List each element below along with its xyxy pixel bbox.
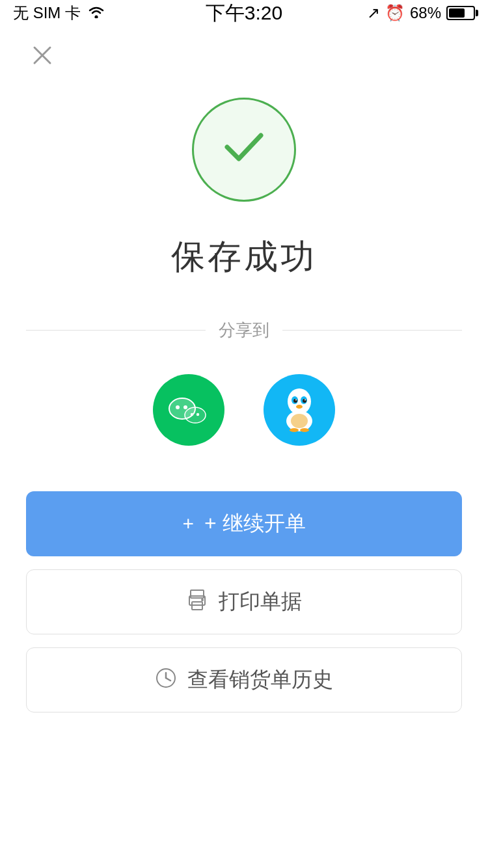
history-button[interactable]: 查看销货单历史 <box>26 647 462 712</box>
close-button[interactable] <box>26 39 59 72</box>
battery-icon <box>446 6 475 20</box>
svg-rect-23 <box>191 590 204 598</box>
qq-share-button[interactable] <box>264 374 335 446</box>
svg-line-29 <box>166 678 170 681</box>
share-divider: 分享到 <box>26 319 462 342</box>
status-right: ↗ ⏰ 68% <box>367 4 475 22</box>
no-sim-label: 无 SIM 卡 <box>13 3 81 23</box>
divider-right <box>282 330 462 331</box>
checkmark-icon <box>218 120 270 180</box>
battery-label: 68% <box>410 4 441 22</box>
plus-icon: + <box>182 513 194 535</box>
divider-left <box>26 330 206 331</box>
action-buttons: + + 继续开单 打印单据 <box>26 491 462 712</box>
print-icon <box>186 589 208 616</box>
wechat-icon <box>168 392 210 428</box>
svg-point-16 <box>295 400 297 401</box>
status-bar: 无 SIM 卡 下午3:20 ↗ ⏰ 68% <box>0 0 488 26</box>
qq-icon <box>280 387 319 433</box>
svg-point-5 <box>176 405 180 409</box>
svg-point-26 <box>201 599 204 601</box>
svg-point-9 <box>191 413 193 416</box>
wifi-icon <box>87 4 105 22</box>
svg-point-14 <box>293 399 297 403</box>
clock-icon <box>155 667 177 694</box>
alarm-icon: ⏰ <box>385 4 405 22</box>
close-icon <box>32 45 53 66</box>
svg-point-18 <box>296 405 303 409</box>
svg-point-6 <box>183 405 187 409</box>
share-row <box>26 374 462 446</box>
svg-point-17 <box>305 400 306 401</box>
status-left: 无 SIM 卡 <box>13 3 105 23</box>
status-time: 下午3:20 <box>206 0 282 27</box>
svg-point-20 <box>291 414 308 428</box>
svg-point-22 <box>300 428 309 432</box>
svg-point-0 <box>95 16 98 19</box>
success-icon-circle <box>192 98 296 202</box>
share-label: 分享到 <box>219 319 269 342</box>
print-label: 打印单据 <box>219 588 302 616</box>
continue-order-button[interactable]: + + 继续开单 <box>26 491 462 556</box>
location-icon: ↗ <box>367 4 380 22</box>
history-label: 查看销货单历史 <box>187 666 333 694</box>
svg-point-15 <box>303 399 306 403</box>
continue-order-label: + 继续开单 <box>204 509 306 538</box>
main-content: 保存成功 分享到 <box>0 26 488 739</box>
svg-point-10 <box>197 413 199 416</box>
svg-point-21 <box>290 428 299 432</box>
print-button[interactable]: 打印单据 <box>26 569 462 634</box>
wechat-share-button[interactable] <box>153 374 224 446</box>
success-title: 保存成功 <box>171 234 317 280</box>
